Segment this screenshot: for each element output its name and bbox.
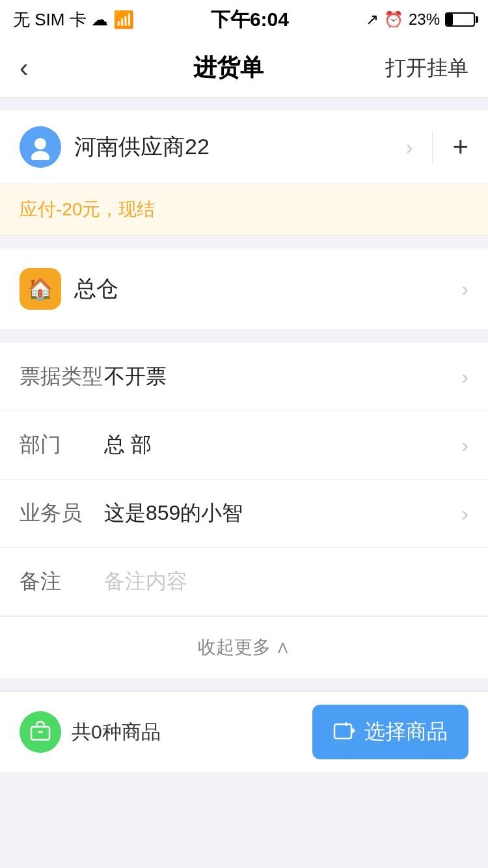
product-count-text: 共0种商品 xyxy=(72,719,161,746)
remark-label: 备注 xyxy=(20,567,104,596)
battery-icon xyxy=(445,12,475,27)
wifi-icon: 📶 xyxy=(113,10,134,30)
status-left: 无 SIM 卡 ☁ 📶 xyxy=(13,8,134,31)
cart-icon xyxy=(29,720,52,744)
department-value: 总 部 xyxy=(104,431,461,459)
supplier-actions: › + xyxy=(406,131,468,163)
add-supplier-button[interactable]: + xyxy=(452,131,468,163)
remark-input[interactable]: 备注内容 xyxy=(104,567,468,596)
sim-status: 无 SIM 卡 ☁ xyxy=(13,8,108,31)
salesperson-value: 这是859的小智 xyxy=(104,499,461,528)
warehouse-section: 🏠 总仓 › xyxy=(0,249,488,330)
page-title: 进货单 xyxy=(193,52,264,84)
supplier-avatar xyxy=(20,126,61,168)
invoice-type-value: 不开票 xyxy=(104,362,461,391)
location-icon: ↗ xyxy=(366,10,379,29)
notice-banner: 应付-20元，现结 xyxy=(0,184,488,236)
collapse-row[interactable]: 收起更多 ∧ xyxy=(0,616,488,678)
open-pending-button[interactable]: 打开挂单 xyxy=(385,54,468,83)
invoice-type-row[interactable]: 票据类型 不开票 › xyxy=(0,343,488,411)
alarm-icon: ⏰ xyxy=(384,10,403,29)
section-gap-3 xyxy=(0,330,488,343)
salesperson-row[interactable]: 业务员 这是859的小智 › xyxy=(0,480,488,548)
product-icon-circle xyxy=(20,711,61,753)
divider xyxy=(432,131,433,163)
supplier-chevron-icon: › xyxy=(406,135,413,159)
select-product-label: 选择商品 xyxy=(364,718,448,746)
svg-point-0 xyxy=(34,138,46,150)
warehouse-name: 总仓 xyxy=(74,274,461,304)
section-gap-2 xyxy=(0,236,488,249)
warehouse-chevron-icon: › xyxy=(461,277,468,301)
status-bar: 无 SIM 卡 ☁ 📶 下午6:04 ↗ ⏰ 23% xyxy=(0,0,488,39)
remark-row[interactable]: 备注 备注内容 xyxy=(0,548,488,616)
select-product-icon xyxy=(333,720,357,744)
warehouse-row[interactable]: 🏠 总仓 › xyxy=(0,249,488,330)
department-chevron-icon: › xyxy=(461,433,468,457)
product-count-wrapper: 共0种商品 xyxy=(20,711,161,753)
department-label: 部门 xyxy=(20,431,104,459)
bottom-bar: 共0种商品 选择商品 xyxy=(0,691,488,772)
warehouse-icon-bg: 🏠 xyxy=(20,268,61,310)
collapse-label: 收起更多 ∧ xyxy=(198,635,291,660)
nav-bar: ‹ 进货单 打开挂单 xyxy=(0,39,488,98)
supplier-row[interactable]: 河南供应商22 › + xyxy=(0,111,488,184)
bottom-content-area xyxy=(0,772,488,868)
svg-point-1 xyxy=(31,151,49,160)
section-gap-4 xyxy=(0,678,488,691)
battery-percent: 23% xyxy=(409,10,440,29)
salesperson-chevron-icon: › xyxy=(461,502,468,526)
svg-rect-2 xyxy=(31,727,49,740)
invoice-chevron-icon: › xyxy=(461,365,468,389)
section-gap-1 xyxy=(0,98,488,111)
status-right: ↗ ⏰ 23% xyxy=(366,10,475,29)
supplier-name: 河南供应商22 xyxy=(74,132,406,162)
select-product-button[interactable]: 选择商品 xyxy=(312,705,468,759)
fields-section: 票据类型 不开票 › 部门 总 部 › 业务员 这是859的小智 › 备注 备注… xyxy=(0,343,488,678)
invoice-type-label: 票据类型 xyxy=(20,362,104,391)
svg-rect-4 xyxy=(334,724,351,739)
supplier-section: 河南供应商22 › + 应付-20元，现结 xyxy=(0,111,488,236)
salesperson-label: 业务员 xyxy=(20,499,104,528)
back-button[interactable]: ‹ xyxy=(20,53,72,83)
department-row[interactable]: 部门 总 部 › xyxy=(0,411,488,480)
user-icon xyxy=(27,134,53,160)
status-time: 下午6:04 xyxy=(211,7,289,33)
house-icon: 🏠 xyxy=(27,277,53,301)
